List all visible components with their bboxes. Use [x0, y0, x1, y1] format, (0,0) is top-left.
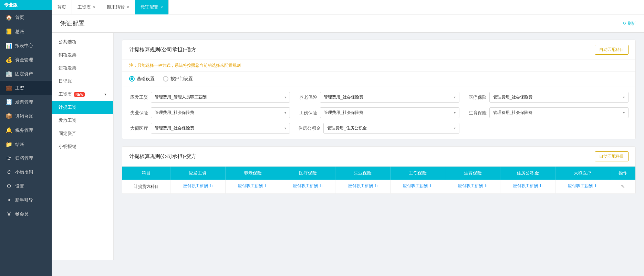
select-medical-value: 管理费用_社会保险费 [493, 94, 621, 100]
tab-payroll-table[interactable]: 工资表 × [72, 0, 101, 14]
left-nav-fixed-assets[interactable]: 固定资产 [52, 127, 113, 140]
sidebar-item-label: 结账 [15, 141, 24, 148]
tab-period-close-close[interactable]: × [127, 5, 129, 10]
chevron-down-icon: ▾ [454, 126, 456, 130]
sidebar-item-label: 报表中心 [15, 43, 33, 49]
purchase-sales-icon: 📦 [6, 113, 12, 119]
select-pension-value: 管理费用_社会保险费 [324, 94, 451, 100]
cell-unemployment: 应付职工薪酬_b [348, 183, 377, 189]
left-nav-pay-payroll[interactable]: 发放工资 [52, 114, 113, 127]
chevron-down-icon: ▾ [623, 95, 625, 99]
sidebar-item-archive[interactable]: 🗂 归档管理 [0, 151, 52, 165]
credit-table: 科目 应发工资 养老保险 医疗保险 失业保险 工伤保险 生育保险 住房公积金 大… [122, 167, 635, 194]
sidebar-item-funds[interactable]: 💰 资金管理 [0, 53, 52, 67]
left-nav-journal[interactable]: 日记账 [52, 75, 113, 88]
form-row-1: 应发工资 管理费用_管理人员职工薪酬 ▾ 养老保险 管理费用_社会保险费 [129, 92, 629, 103]
left-nav-item-label: 计提工资 [59, 104, 76, 110]
archive-icon: 🗂 [6, 155, 12, 161]
sidebar-item-ledger[interactable]: 📒 总账 [0, 24, 52, 39]
page-content: 凭证配置 ↻ 刷新 公共选项 销项发票 进项发票 日记账 [52, 14, 644, 276]
mini-expense-icon: C [6, 169, 12, 175]
sidebar-item-invoice[interactable]: 🧾 发票管理 [0, 95, 52, 109]
tab-voucher-config-close[interactable]: × [160, 5, 163, 10]
td-subject: 计提贷方科目 [122, 180, 170, 194]
th-maternity: 生育保险 [445, 167, 500, 180]
field-salary: 应发工资 管理费用_管理人员职工薪酬 ▾ [129, 92, 290, 103]
th-unemployment: 失业保险 [335, 167, 391, 180]
select-pension[interactable]: 管理费用_社会保险费 ▾ [320, 92, 459, 103]
left-nav-item-label: 固定资产 [59, 130, 76, 137]
sidebar-item-closing[interactable]: 📁 结账 [0, 137, 52, 151]
sidebar-item-settings[interactable]: ⚙ 设置 [0, 179, 52, 193]
select-injury-value: 管理费用_社会保险费 [324, 110, 451, 116]
refresh-label: 刷新 [627, 21, 636, 26]
sidebar-item-payroll[interactable]: 💼 工资 [0, 81, 52, 95]
auto-match-credit-button[interactable]: 自动匹配科目 [595, 151, 629, 161]
tab-payroll-table-close[interactable]: × [93, 5, 95, 10]
sidebar-item-mini-expense[interactable]: C 小畅报销 [0, 165, 52, 179]
left-nav-accrued-payroll[interactable]: 计提工资 [52, 101, 113, 114]
cell-major-medical: 应付职工薪酬_b [568, 183, 597, 189]
section-debit: 计提核算规则(公司承担)-借方 自动匹配科目 注：只能选择一种方式，系统将按照您… [122, 40, 636, 139]
select-salary[interactable]: 管理费用_管理人员职工薪酬 ▾ [151, 92, 290, 103]
label-housing-fund: 住房公积金 [298, 125, 321, 131]
td-major-medical: 应付职工薪酬_b [555, 180, 610, 194]
sidebar-item-reports[interactable]: 📊 报表中心 [0, 39, 52, 53]
main-area: 首页 工资表 × 期末结转 × 凭证配置 × 凭证配置 ↻ 刷新 [52, 0, 644, 276]
edit-icon[interactable]: ✎ [621, 184, 625, 189]
tab-payroll-table-label: 工资表 [77, 4, 91, 10]
home-icon: 🏠 [6, 14, 12, 21]
chevron-down-icon: ▾ [454, 95, 456, 99]
section-credit-header: 计提核算规则(公司承担)-贷方 自动匹配科目 [122, 147, 635, 167]
th-housing: 住房公积金 [500, 167, 555, 180]
tab-home[interactable]: 首页 [52, 0, 72, 14]
debit-radio-group: 基础设置 按部门设置 [122, 72, 635, 86]
select-injury[interactable]: 管理费用_社会保险费 ▾ [320, 107, 459, 118]
radio-department[interactable]: 按部门设置 [163, 76, 193, 82]
sidebar-item-label: 新手引导 [15, 197, 33, 203]
sidebar-item-home[interactable]: 🏠 首页 [0, 10, 52, 24]
sidebar-item-purchase-sales[interactable]: 📦 进销台账 [0, 109, 52, 123]
left-nav-public-options[interactable]: 公共选项 [52, 35, 113, 49]
left-nav-purchase-invoice[interactable]: 进项发票 [52, 62, 113, 75]
left-nav-item-label: 发放工资 [59, 117, 76, 124]
sidebar-item-label: 工资 [15, 85, 24, 91]
td-injury: 应付职工薪酬_b [390, 180, 445, 194]
guide-icon: ✦ [6, 197, 12, 203]
section-credit-title: 计提核算规则(公司承担)-贷方 [129, 153, 196, 160]
page-title: 凭证配置 [60, 19, 85, 28]
refresh-button[interactable]: ↻ 刷新 [623, 21, 636, 26]
sidebar-item-label: 小畅报销 [15, 169, 33, 175]
sidebar-item-vip[interactable]: V 畅会员 [0, 207, 52, 221]
chevron-down-icon: ▾ [623, 111, 625, 115]
left-nav-sales-invoice[interactable]: 销项发票 [52, 49, 113, 62]
select-medical[interactable]: 管理费用_社会保险费 ▾ [489, 92, 629, 103]
tab-period-close-label: 期末结转 [107, 4, 125, 10]
td-housing: 应付职工薪酬_b [500, 180, 555, 194]
select-maternity[interactable]: 管理费用_社会保险费 ▾ [489, 107, 629, 118]
field-injury: 工伤保险 管理费用_社会保险费 ▾ [298, 107, 459, 118]
left-nav-payroll-table[interactable]: 工资表 NEW ▾ [52, 88, 113, 101]
field-housing-fund: 住房公积金 管理费用_住房公积金 ▾ [298, 123, 459, 134]
chevron-down-icon: ▾ [284, 111, 286, 115]
radio-basic[interactable]: 基础设置 [129, 76, 155, 82]
select-major-medical[interactable]: 管理费用_社会保险费 ▾ [151, 123, 290, 134]
sidebar-item-fixed-assets[interactable]: 🏢 固定资产 [0, 67, 52, 81]
select-unemployment[interactable]: 管理费用_社会保险费 ▾ [151, 107, 290, 118]
chevron-down-icon: ▾ [284, 126, 286, 130]
left-nav-petty-expense[interactable]: 小畅报销 [52, 140, 113, 153]
sidebar-item-label: 发票管理 [15, 99, 33, 105]
select-housing-fund[interactable]: 管理费用_住房公积金 ▾ [323, 123, 459, 134]
th-major-medical: 大额医疗 [555, 167, 610, 180]
sidebar-item-guide[interactable]: ✦ 新手引导 [0, 193, 52, 207]
auto-match-debit-button[interactable]: 自动匹配科目 [595, 45, 629, 55]
label-salary: 应发工资 [129, 94, 148, 100]
tab-voucher-config[interactable]: 凭证配置 × [135, 0, 169, 14]
chevron-down-icon: ▾ [454, 111, 456, 115]
select-salary-value: 管理费用_管理人员职工薪酬 [155, 94, 282, 100]
debit-form-grid: 应发工资 管理费用_管理人员职工薪酬 ▾ 养老保险 管理费用_社会保险费 [122, 86, 635, 139]
cell-salary: 应付职工薪酬_b [183, 183, 212, 189]
sidebar-item-label: 税务管理 [15, 127, 33, 134]
tab-period-close[interactable]: 期末结转 × [101, 0, 135, 14]
sidebar-item-tax[interactable]: 🔔 税务管理 [0, 123, 52, 137]
